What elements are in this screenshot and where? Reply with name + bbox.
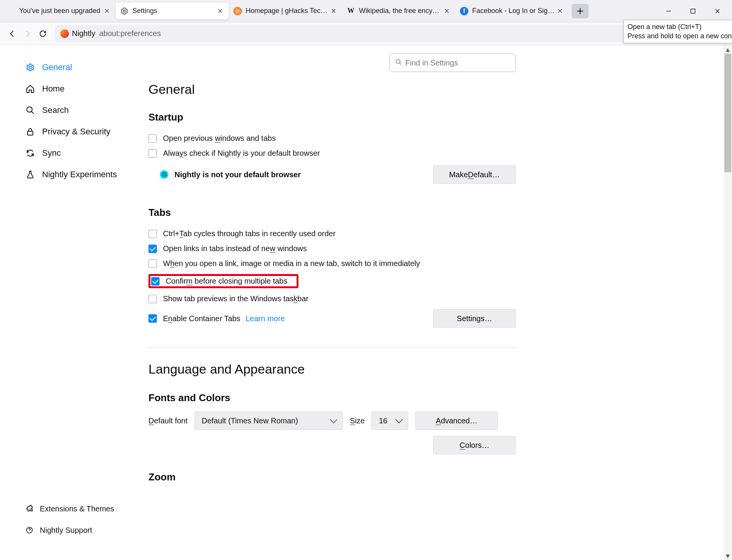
sidebar-item-label: Search [42,105,69,115]
svg-rect-1 [691,9,695,13]
sidebar-footer-extensions[interactable]: Extensions & Themes [21,498,127,519]
close-icon[interactable]: ✕ [103,7,111,15]
checkbox-label[interactable]: Open links in tabs instead of new window… [163,244,307,253]
make-default-button[interactable]: Make Default… [433,165,516,184]
checkbox-container-tabs[interactable] [148,314,157,323]
ghacks-icon [233,7,242,15]
svg-point-0 [123,10,126,12]
sidebar-item-label: Nightly Support [40,526,92,535]
section-heading: Fonts and Colors [148,392,516,404]
sidebar-item-experiments[interactable]: Nightly Experiments [21,164,127,185]
scroll-down-arrow[interactable]: ▾ [724,552,732,560]
vertical-scrollbar[interactable]: ▴ ▾ [724,45,732,560]
checkbox-default-check[interactable] [148,149,157,158]
close-icon[interactable]: ✕ [329,7,337,15]
maximize-button[interactable] [681,2,705,20]
advanced-fonts-button[interactable]: Advanced… [415,411,498,430]
gear-icon [120,7,129,15]
sidebar-item-sync[interactable]: Sync [21,142,127,164]
checkbox-taskbar-previews[interactable] [148,295,157,303]
scroll-track[interactable] [724,54,732,552]
language-appearance-title: Language and Appearance [148,362,516,377]
section-heading: Startup [148,111,516,123]
tooltip-line1: Open a new tab (Ctrl+T) [628,22,732,31]
firefox-icon [7,7,15,15]
svg-point-2 [29,66,31,69]
not-default-text: Nightly is not your default browser [174,170,433,179]
colors-button[interactable]: Colors… [433,436,516,454]
scroll-up-arrow[interactable]: ▴ [724,45,732,54]
tab-label: You've just been upgraded [19,7,103,15]
close-icon[interactable]: ✕ [216,7,224,15]
checkbox-label[interactable]: Always check if Nightly is your default … [163,149,320,158]
checkbox-confirm-close[interactable] [151,277,160,286]
tab-upgraded[interactable]: You've just been upgraded ✕ [2,3,116,20]
back-button[interactable] [5,26,20,41]
tab-facebook[interactable]: f Facebook - Log In or Sign U… ✕ [455,3,569,20]
tooltip-line2: Press and hold to open a new conta [628,31,732,41]
tab-wikipedia[interactable]: W Wikipedia, the free encyclop… ✕ [342,3,455,20]
checkbox-open-previous[interactable] [148,134,157,143]
sync-icon [25,148,35,158]
reload-button[interactable] [35,26,51,41]
checkbox-label[interactable]: Confirm before closing multiple tabs [166,277,287,286]
url-bar[interactable]: Nightly [55,25,723,42]
sidebar-item-privacy[interactable]: Privacy & Security [21,121,127,142]
tab-label: Settings [132,7,216,15]
identity-label: Nightly [72,29,95,38]
sad-face-icon: ☹ [160,170,168,179]
sidebar-item-general[interactable]: General [21,57,127,78]
checkbox-open-links-tabs[interactable] [148,245,157,253]
svg-rect-4 [28,131,33,135]
sidebar-item-home[interactable]: Home [21,78,127,100]
tab-label: Wikipedia, the free encyclop… [359,7,442,15]
sidebar-item-label: Extensions & Themes [40,504,114,513]
find-input[interactable] [405,59,510,67]
learn-more-link[interactable]: Learn more [246,314,285,323]
font-size-select[interactable]: 16 [372,411,408,430]
identity-box[interactable]: Nightly [60,29,95,38]
default-font-select[interactable]: Default (Times New Roman) [194,411,343,430]
lock-icon [25,127,35,137]
search-icon [395,59,402,67]
find-in-settings[interactable] [390,54,516,72]
checkbox-label[interactable]: When you open a link, image or media in … [163,259,420,268]
checkbox-label[interactable]: Open previous windows and tabs [163,134,276,143]
home-icon [25,84,35,94]
close-icon[interactable]: ✕ [442,7,451,15]
section-heading: Tabs [148,207,516,219]
settings-content: General Startup Open previous windows an… [135,45,732,560]
checkbox-ctrl-tab[interactable] [148,230,157,238]
zoom-heading: Zoom [148,471,516,483]
minimize-button[interactable] [656,2,681,20]
flask-icon [25,170,35,180]
nightly-icon [60,29,69,38]
checkbox-label[interactable]: Enable Container Tabs [163,314,240,323]
window-controls [656,2,730,20]
divider [148,348,516,348]
sidebar-item-label: Nightly Experiments [42,170,117,180]
new-tab-button[interactable] [572,4,589,18]
help-icon [25,526,34,534]
facebook-icon: f [460,7,468,15]
default-font-label: Default font [148,416,187,425]
checkbox-label[interactable]: Show tab previews in the Windows taskbar [163,294,308,303]
browser-tab-bar: You've just been upgraded ✕ Settings ✕ H… [0,0,732,22]
svg-point-3 [27,107,32,112]
sidebar-item-search[interactable]: Search [21,100,127,121]
checkbox-label[interactable]: Ctrl+Tab cycles through tabs in recently… [163,229,336,238]
tab-ghacks[interactable]: Homepage | gHacks Techno… ✕ [229,3,342,20]
tab-label: Homepage | gHacks Techno… [246,7,329,15]
forward-button[interactable] [20,26,35,41]
puzzle-icon [25,504,34,513]
sidebar-footer-support[interactable]: Nightly Support [21,519,127,541]
settings-page: General Home Search Privacy & Security S… [0,45,732,560]
tab-settings[interactable]: Settings ✕ [116,3,229,20]
checkbox-switch-immediately[interactable] [148,260,157,268]
scroll-thumb[interactable] [724,54,731,172]
url-input[interactable] [99,29,709,38]
sidebar-item-label: Sync [42,148,61,158]
close-window-button[interactable] [705,2,730,20]
close-icon[interactable]: ✕ [556,7,564,15]
container-settings-button[interactable]: Settings… [433,309,516,328]
